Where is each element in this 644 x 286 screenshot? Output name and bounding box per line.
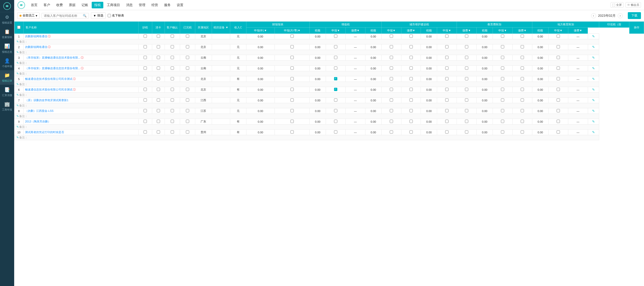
tax-copy-checkbox[interactable] bbox=[144, 88, 147, 91]
edu-declare-checkbox[interactable] bbox=[445, 34, 448, 38]
client-confirm-checkbox[interactable] bbox=[171, 56, 174, 59]
client-confirm-checkbox[interactable] bbox=[171, 130, 174, 134]
operation-cell[interactable]: ✎ bbox=[588, 34, 599, 39]
stamp-declare-cell[interactable] bbox=[548, 87, 568, 93]
clear-card-cell[interactable] bbox=[152, 98, 165, 103]
city-declare-checkbox[interactable] bbox=[390, 120, 393, 123]
edu-declare-checkbox[interactable] bbox=[445, 66, 448, 70]
local-edu-pay-cell[interactable] bbox=[513, 130, 532, 135]
edu-pay-checkbox[interactable] bbox=[465, 45, 468, 48]
customer-name-cell[interactable]: （库存核算）直播畅连通信息技术股份有限...ⓘ bbox=[24, 66, 139, 71]
vat-declare-checkbox[interactable] bbox=[334, 120, 337, 123]
client-confirm-checkbox[interactable] bbox=[171, 66, 174, 70]
clear-card-cell[interactable] bbox=[152, 87, 165, 93]
stamp-declare-cell[interactable] bbox=[548, 44, 568, 50]
vat-declare-checkbox[interactable] bbox=[334, 98, 337, 102]
nav-bookkeeping[interactable]: 记账 bbox=[79, 2, 91, 8]
tax-copy-cell[interactable] bbox=[138, 98, 152, 103]
edu-declare-checkbox[interactable] bbox=[445, 77, 448, 80]
client-confirm-checkbox[interactable] bbox=[171, 109, 174, 112]
vat-declare-cell[interactable] bbox=[326, 44, 345, 50]
vat-declare-cell[interactable] bbox=[326, 130, 345, 135]
filed-cell[interactable] bbox=[180, 76, 195, 82]
tax-copy-cell[interactable] bbox=[138, 108, 152, 114]
clear-card-cell[interactable] bbox=[152, 76, 165, 82]
vat-declare-checkbox[interactable] bbox=[334, 109, 337, 112]
filed-checkbox[interactable] bbox=[186, 130, 189, 134]
clear-card-checkbox[interactable] bbox=[157, 109, 160, 112]
city-declare-cell[interactable] bbox=[381, 76, 401, 82]
annual-report-cell[interactable] bbox=[275, 55, 309, 61]
filed-checkbox[interactable] bbox=[186, 77, 189, 80]
city-pay-cell[interactable] bbox=[401, 119, 421, 124]
local-edu-declare-checkbox[interactable] bbox=[501, 56, 504, 59]
local-edu-pay-checkbox[interactable] bbox=[521, 66, 524, 70]
tax-copy-checkbox[interactable] bbox=[144, 34, 147, 38]
clear-card-cell[interactable] bbox=[152, 44, 165, 50]
edu-pay-checkbox[interactable] bbox=[465, 109, 468, 112]
vat-declare-cell[interactable] bbox=[326, 87, 345, 93]
filed-checkbox[interactable] bbox=[186, 66, 189, 70]
nav-bizproject[interactable]: 工商项目 bbox=[104, 2, 123, 8]
select-all-checkbox[interactable] bbox=[17, 26, 21, 29]
local-edu-pay-cell[interactable] bbox=[513, 55, 532, 61]
client-confirm-cell[interactable] bbox=[165, 55, 180, 61]
city-pay-checkbox[interactable] bbox=[409, 120, 413, 123]
stamp-declare-checkbox[interactable] bbox=[557, 88, 560, 91]
vat-declare-cell[interactable] bbox=[326, 66, 345, 71]
edu-pay-cell[interactable] bbox=[457, 98, 477, 103]
vat-declare-checkbox[interactable] bbox=[334, 130, 337, 134]
filed-checkbox[interactable] bbox=[186, 120, 189, 123]
nav-finance[interactable]: 经营 bbox=[149, 2, 161, 8]
edu-declare-checkbox[interactable] bbox=[445, 45, 448, 48]
annual-report-cell[interactable] bbox=[275, 119, 309, 124]
client-confirm-cell[interactable] bbox=[165, 44, 180, 50]
sidebar-item-tax-overview[interactable]: 📊 报税总览 bbox=[0, 41, 14, 56]
client-confirm-cell[interactable] bbox=[165, 98, 180, 103]
edu-pay-cell[interactable] bbox=[457, 66, 477, 71]
edu-pay-checkbox[interactable] bbox=[465, 77, 468, 80]
tax-copy-cell[interactable] bbox=[138, 87, 152, 93]
edu-pay-checkbox[interactable] bbox=[465, 120, 468, 123]
clear-card-checkbox[interactable] bbox=[157, 56, 160, 59]
nav-manage[interactable]: 管理 bbox=[136, 2, 148, 8]
edu-pay-cell[interactable] bbox=[457, 34, 477, 39]
annual-report-cell[interactable] bbox=[275, 108, 309, 114]
city-declare-cell[interactable] bbox=[381, 34, 401, 39]
stamp-declare-cell[interactable] bbox=[548, 108, 568, 114]
client-confirm-cell[interactable] bbox=[165, 34, 180, 39]
edu-declare-cell[interactable] bbox=[437, 87, 457, 93]
client-confirm-cell[interactable] bbox=[165, 87, 180, 93]
edu-pay-checkbox[interactable] bbox=[465, 34, 468, 38]
clear-card-cell[interactable] bbox=[152, 130, 165, 135]
annual-report-checkbox[interactable] bbox=[290, 130, 294, 134]
annual-report-checkbox[interactable] bbox=[290, 120, 294, 123]
stamp-declare-cell[interactable] bbox=[548, 34, 568, 39]
local-edu-pay-cell[interactable] bbox=[513, 34, 532, 39]
vat-declare-checkbox[interactable] bbox=[334, 66, 337, 70]
filed-checkbox[interactable] bbox=[186, 45, 189, 48]
city-pay-cell[interactable] bbox=[401, 66, 421, 71]
nav-billing[interactable]: 收费 bbox=[54, 2, 65, 8]
city-pay-checkbox[interactable] bbox=[409, 109, 413, 112]
city-declare-cell[interactable] bbox=[381, 108, 401, 114]
filed-checkbox[interactable] bbox=[186, 88, 189, 91]
local-edu-declare-cell[interactable] bbox=[493, 108, 513, 114]
download-button[interactable]: 下载 bbox=[628, 12, 641, 19]
edu-declare-cell[interactable] bbox=[437, 130, 457, 135]
annual-report-cell[interactable] bbox=[275, 87, 309, 93]
vat-declare-cell[interactable] bbox=[326, 98, 345, 103]
local-edu-pay-cell[interactable] bbox=[513, 66, 532, 71]
filed-cell[interactable] bbox=[180, 87, 195, 93]
local-edu-declare-checkbox[interactable] bbox=[501, 120, 504, 123]
edu-declare-checkbox[interactable] bbox=[445, 120, 448, 123]
city-pay-checkbox[interactable] bbox=[409, 45, 413, 48]
local-edu-declare-checkbox[interactable] bbox=[501, 98, 504, 102]
vat-declare-cell[interactable] bbox=[326, 119, 345, 124]
annual-report-cell[interactable] bbox=[275, 76, 309, 82]
operation-cell[interactable]: ✎ bbox=[588, 87, 599, 93]
local-edu-declare-checkbox[interactable] bbox=[501, 109, 504, 112]
edit-icon[interactable]: ✎ bbox=[592, 130, 595, 134]
local-edu-declare-checkbox[interactable] bbox=[501, 45, 504, 48]
filed-cell[interactable] bbox=[180, 55, 195, 61]
